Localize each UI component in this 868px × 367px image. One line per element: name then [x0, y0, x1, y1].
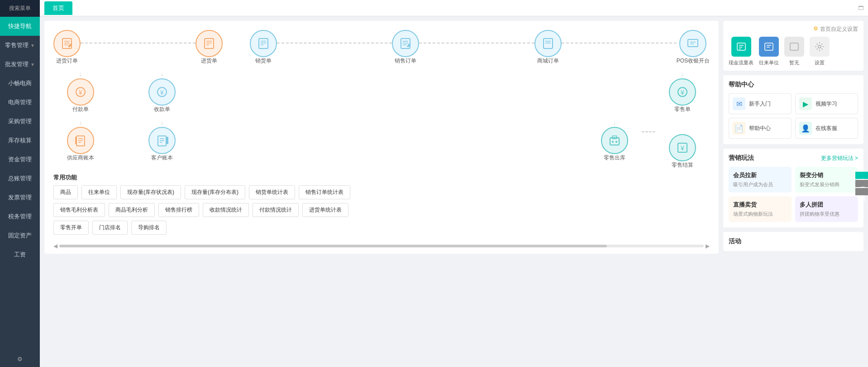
sidebar-item-ledger[interactable]: 总账管理 [0, 169, 40, 188]
marketing-item-fission[interactable]: 裂变分销 裂变式发展分销商 [795, 167, 858, 193]
func-btn-inventory-status[interactable]: 现存量(库存状况表) [120, 185, 181, 199]
sidebar-item-retail[interactable]: 零售管理 ▼ [0, 36, 40, 55]
scroll-left-icon[interactable]: ◀ [53, 243, 57, 249]
main-panel: 进货订单 进货单 [40, 16, 723, 367]
qa-icons-row: 现金流量表 往来单位 暂无 [729, 37, 858, 66]
cashflow-icon [731, 37, 751, 57]
func-btn-product-profit[interactable]: 商品毛利分析 [109, 203, 155, 217]
sidebar-item-invoice[interactable]: 发票管理 [0, 188, 40, 207]
func-btn-sales-order-stat[interactable]: 销售订单统计表 [299, 185, 350, 199]
func-btn-receipt-stat[interactable]: 收款情况统计 [203, 203, 249, 217]
chevron-down-icon: ▼ [30, 62, 35, 67]
receipt-icon[interactable]: ¥ [148, 78, 176, 106]
sales-icon[interactable] [250, 30, 277, 57]
pos-icon[interactable] [679, 30, 706, 57]
help-label-video: 视频学习 [816, 100, 837, 108]
sidebar-item-tax[interactable]: 税务管理 [0, 207, 40, 226]
func-btn-product[interactable]: 商品 [53, 185, 78, 199]
sales-order-icon[interactable] [392, 30, 419, 57]
sidebar-item-inventory[interactable]: 库存核算 [0, 131, 40, 150]
sidebar-item-salary[interactable]: 工资 [0, 245, 40, 264]
sidebar-search[interactable]: 搜索菜单 [0, 0, 40, 17]
retail-outbound-icon[interactable] [601, 127, 628, 154]
customize-label[interactable]: 首页自定义设置 [820, 25, 858, 33]
qa-label-units: 往来单位 [759, 59, 779, 66]
supplier-ledger-icon[interactable] [67, 127, 94, 154]
svg-text:¥: ¥ [680, 145, 684, 152]
customer-ledger-icon[interactable] [148, 127, 176, 154]
svg-rect-0 [62, 39, 72, 48]
func-btn-sales-stat[interactable]: 销货单统计表 [249, 185, 295, 199]
purchase-icon[interactable] [196, 30, 223, 57]
func-btn-store-rank[interactable]: 门店排名 [92, 221, 128, 235]
svg-text:¥: ¥ [160, 89, 164, 96]
help-label-help: 帮助中心 [749, 125, 771, 132]
func-btn-retail-order[interactable]: 零售开单 [53, 221, 89, 235]
marketing-header: 营销玩法 更多营销玩法 > [729, 154, 858, 162]
help-item-beginner[interactable]: ✉ 新手入门 [729, 93, 792, 114]
svg-point-53 [818, 45, 821, 48]
svg-rect-45 [737, 43, 745, 50]
qa-item-empty[interactable]: 暂无 [784, 37, 804, 66]
func-btn-units[interactable]: 往来单位 [81, 185, 117, 199]
scrollbar: ◀ ▶ [53, 243, 710, 249]
float-btn-community[interactable]: 服务社区 [855, 180, 868, 187]
help-item-help[interactable]: 📄 帮助中心 [729, 118, 792, 139]
sidebar-item-ecom[interactable]: 电商管理 [0, 93, 40, 112]
beginner-icon: ✉ [733, 97, 745, 110]
mall-order-icon[interactable] [534, 30, 562, 57]
marketing-item-group[interactable]: 多人拼团 拼团购物享受优惠 [795, 196, 858, 222]
window-expand-icon[interactable]: 🗖 [858, 5, 863, 11]
retail-order-icon[interactable]: ¥ [669, 78, 696, 106]
func-btn-purchase-stat[interactable]: 进货单统计表 [302, 203, 348, 217]
marketing-card: 营销玩法 更多营销玩法 > 会员拉新 吸引用户成为会员 裂变分销 裂变式发展分销… [723, 149, 863, 227]
func-btn-sales-profit[interactable]: 销售毛利分析表 [53, 203, 105, 217]
sidebar: 搜索菜单 快捷导航 零售管理 ▼ 批发管理 ▼ 小畅电商 电商管理 采购管理 库… [0, 0, 40, 367]
func-btn-inventory-dist[interactable]: 现存量(库存分布表) [185, 185, 245, 199]
marketing-more[interactable]: 更多营销玩法 > [821, 155, 858, 162]
sidebar-settings[interactable]: ⚙ [0, 351, 40, 367]
help-label-beginner: 新手入门 [749, 100, 771, 108]
func-btn-guide-rank[interactable]: 导购排名 [131, 221, 167, 235]
svg-point-42 [615, 141, 617, 143]
qa-item-units[interactable]: 往来单位 [759, 37, 779, 66]
qa-item-settings[interactable]: 设置 [810, 37, 830, 66]
func-btn-payment-stat[interactable]: 付款情况统计 [253, 203, 299, 217]
sidebar-item-purchase[interactable]: 采购管理 [0, 112, 40, 131]
help-item-service[interactable]: 👤 在线客服 [795, 118, 858, 139]
float-btn-desktop[interactable]: 桌面快捷 [855, 188, 868, 195]
qa-label-empty: 暂无 [789, 59, 799, 66]
live-desc: 场景式购物新玩法 [733, 211, 787, 217]
gear-icon: ⚙ [813, 25, 818, 33]
sidebar-item-assets[interactable]: 固定资产 [0, 226, 40, 245]
tab-home[interactable]: 首页 [44, 1, 72, 15]
retail-settlement-icon[interactable]: ¥ [669, 134, 696, 161]
floating-buttons: 客服热线 服务社区 桌面快捷 [855, 172, 868, 195]
svg-rect-4 [205, 39, 214, 48]
sidebar-item-wholesale[interactable]: 批发管理 ▼ [0, 55, 40, 74]
sidebar-item-finance[interactable]: 资金管理 [0, 150, 40, 169]
live-title: 直播卖货 [733, 201, 787, 209]
workflow: 进货订单 进货单 [53, 30, 710, 169]
down-arrow-5: ↓ [161, 119, 164, 126]
sidebar-item-quick-nav[interactable]: 快捷导航 [0, 17, 40, 36]
quick-access: ⚙ 首页自定义设置 现金流量表 往来单位 [723, 21, 863, 71]
wf-node-purchase-order: 进货订单 [53, 30, 81, 65]
payment-icon[interactable]: ¥ [67, 78, 94, 106]
help-item-video[interactable]: ▶ 视频学习 [795, 93, 858, 114]
scrollbar-track[interactable] [59, 245, 704, 247]
gear-icon: ⚙ [17, 356, 23, 362]
svg-point-41 [612, 141, 614, 143]
float-btn-service[interactable]: 客服热线 [855, 172, 868, 179]
scrollbar-thumb [59, 245, 607, 247]
func-btn-sales-rank[interactable]: 销售排行榜 [158, 203, 199, 217]
qa-item-cashflow[interactable]: 现金流量表 [729, 37, 754, 66]
down-arrow-2: ↓ [161, 70, 164, 77]
scroll-right-icon[interactable]: ▶ [706, 243, 710, 249]
quick-nav-card: 进货订单 进货单 [44, 21, 719, 254]
marketing-item-live[interactable]: 直播卖货 场景式购物新玩法 [729, 196, 792, 222]
svg-rect-38 [167, 137, 168, 144]
purchase-order-icon[interactable] [53, 30, 81, 57]
sidebar-item-xc-ecom[interactable]: 小畅电商 [0, 74, 40, 93]
marketing-item-member[interactable]: 会员拉新 吸引用户成为会员 [729, 167, 792, 193]
